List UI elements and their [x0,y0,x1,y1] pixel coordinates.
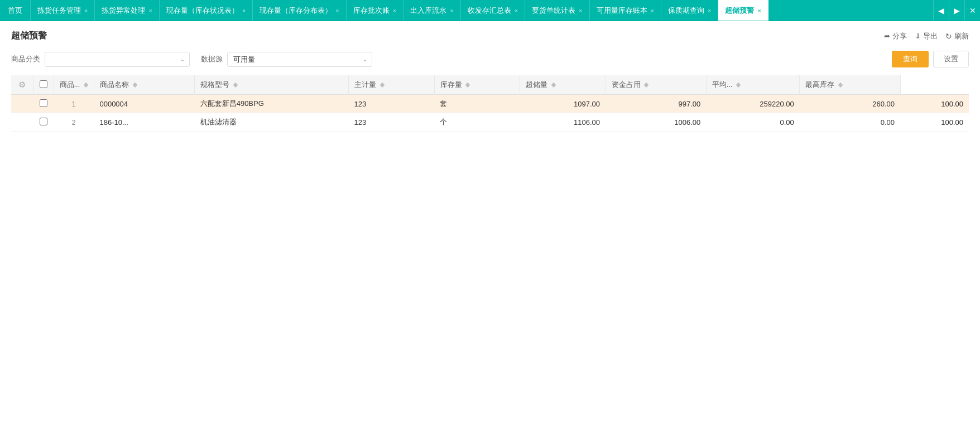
query-button[interactable]: 查询 [892,51,929,67]
table-row: 1 0000004 六配套新昌490BPG 123 套 1097.00 997.… [11,95,969,113]
col-max-stock-header[interactable]: 最高库存 [800,75,900,95]
col-capital-header[interactable]: 资金占用 [606,75,706,95]
nav-home[interactable]: 首页 [0,0,31,21]
nav-tab-close-icon[interactable]: × [579,7,582,14]
datasource-select[interactable]: 可用量 库存量 [227,52,372,67]
nav-tab-close-icon[interactable]: × [148,7,152,14]
row-over-cell: 997.00 [606,95,706,113]
nav-tab[interactable]: 可用量库存账本× [590,0,661,21]
nav-tab-label: 库存批次账 [353,6,390,16]
nav-next-arrow[interactable]: ▶ [949,0,964,21]
col-avg-header[interactable]: 平均... [706,75,800,95]
nav-tab[interactable]: 库存批次账× [347,0,403,21]
nav-tab[interactable]: 出入库流水× [403,0,460,21]
nav-tab[interactable]: 要货单统计表× [525,0,589,21]
sort-capital-icon [644,83,648,88]
nav-arrows: ◀ ▶ ✕ [933,0,980,21]
row-check-cell [33,113,54,132]
row-spec-cell: 123 [349,95,434,113]
nav-close-arrow[interactable]: ✕ [964,0,980,21]
nav-tab-close-icon[interactable]: × [708,7,711,14]
col-unit-header[interactable]: 主计量 [349,75,434,95]
row-capital-cell: 0.00 [706,113,800,132]
datasource-filter-group: 数据源 可用量 库存量 ⌄ [201,52,372,67]
sort-stock-icon [465,83,470,88]
nav-tab[interactable]: 超储预警× [718,0,768,21]
page-title: 超储预警 [11,30,47,42]
row-spec-cell: 123 [349,113,434,132]
data-table: ⚙ 商品... 商品名称 规格型号 [11,75,969,132]
nav-tab-label: 要货单统计表 [532,6,575,16]
header-actions: ➦ 分享 ⇓ 导出 ↻ 刷新 [884,31,969,41]
sort-unit-icon [380,83,385,88]
export-button[interactable]: ⇓ 导出 [915,31,938,41]
nav-tab-label: 超储预警 [725,6,754,16]
sort-max-stock-icon [838,83,843,88]
row-checkbox[interactable] [40,118,47,125]
nav-tab-label: 出入库流水 [410,6,446,16]
row-num-cell: 2 [54,113,94,132]
col-product-code-header[interactable]: 商品... [54,75,94,95]
category-label: 商品分类 [11,54,40,64]
row-unit-cell: 个 [434,113,520,132]
nav-tab-close-icon[interactable]: × [450,7,453,14]
row-max-stock-cell: 100.00 [900,95,969,113]
category-filter-group: 商品分类 ⌄ [11,52,190,67]
row-check-cell [33,95,54,113]
row-checkbox[interactable] [40,99,47,107]
col-product-name-header[interactable]: 商品名称 [94,75,194,95]
category-select[interactable] [45,52,190,67]
nav-tab-close-icon[interactable]: × [335,7,339,14]
row-product-code-cell: 186-10... [94,113,194,132]
row-product-name-cell: 六配套新昌490BPG [195,95,349,113]
refresh-button[interactable]: ↻ 刷新 [945,31,969,41]
row-gear-cell [11,113,33,132]
nav-tab[interactable]: 保质期查询× [661,0,718,21]
col-gear-header: ⚙ [11,75,33,95]
nav-tab-close-icon[interactable]: × [242,7,246,14]
filter-actions: 查询 设置 [892,51,969,67]
data-table-wrap: ⚙ 商品... 商品名称 规格型号 [11,75,969,132]
row-num-cell: 1 [54,95,94,113]
nav-tab-close-icon[interactable]: × [393,7,396,14]
nav-tab-label: 现存量（库存分布表） [260,6,332,16]
select-all-checkbox[interactable] [40,80,47,88]
nav-tab-label: 拣货异常处理 [102,6,145,16]
nav-tab-close-icon[interactable]: × [515,7,518,14]
table-row: 2 186-10... 机油滤清器 123 个 1106.00 1006.00 … [11,113,969,132]
col-over-header[interactable]: 超储量 [520,75,606,95]
row-avg-cell: 0.00 [800,113,900,132]
datasource-label: 数据源 [201,54,223,64]
setting-button[interactable]: 设置 [933,51,969,67]
sort-product-code-icon [84,83,88,88]
nav-tab[interactable]: 拣货任务管理× [31,0,95,21]
gear-icon[interactable]: ⚙ [18,80,26,89]
nav-tab-close-icon[interactable]: × [651,7,654,14]
nav-tab-label: 保质期查询 [668,6,704,16]
sort-avg-icon [736,83,741,88]
refresh-icon: ↻ [945,32,952,41]
datasource-select-wrap: 可用量 库存量 ⌄ [227,52,372,67]
row-avg-cell: 260.00 [800,95,900,113]
nav-tab[interactable]: 收发存汇总表× [461,0,525,21]
nav-tab-label: 现存量（库存状况表） [166,6,239,16]
nav-tab-close-icon[interactable]: × [84,7,88,14]
nav-tab[interactable]: 拣货异常处理× [95,0,159,21]
table-header-row: ⚙ 商品... 商品名称 规格型号 [11,75,969,95]
nav-tab[interactable]: 现存量（库存分布表）× [253,0,346,21]
nav-tab-label: 收发存汇总表 [468,6,511,16]
sort-product-name-icon [133,83,137,88]
page-content: 超储预警 ➦ 分享 ⇓ 导出 ↻ 刷新 商品分类 ⌄ [0,21,980,140]
top-nav: 首页 拣货任务管理×拣货异常处理×现存量（库存状况表）×现存量（库存分布表）×库… [0,0,980,21]
col-check-header [33,75,54,95]
row-product-code-cell: 0000004 [94,95,194,113]
nav-tab[interactable]: 现存量（库存状况表）× [160,0,253,21]
nav-tab-close-icon[interactable]: × [757,7,761,14]
row-stock-cell: 1106.00 [520,113,606,132]
row-product-name-cell: 机油滤清器 [195,113,349,132]
nav-prev-arrow[interactable]: ◀ [933,0,949,21]
share-button[interactable]: ➦ 分享 [884,31,907,41]
col-stock-header[interactable]: 库存量 [434,75,520,95]
nav-tab-label: 拣货任务管理 [37,6,81,16]
col-spec-header[interactable]: 规格型号 [195,75,349,95]
